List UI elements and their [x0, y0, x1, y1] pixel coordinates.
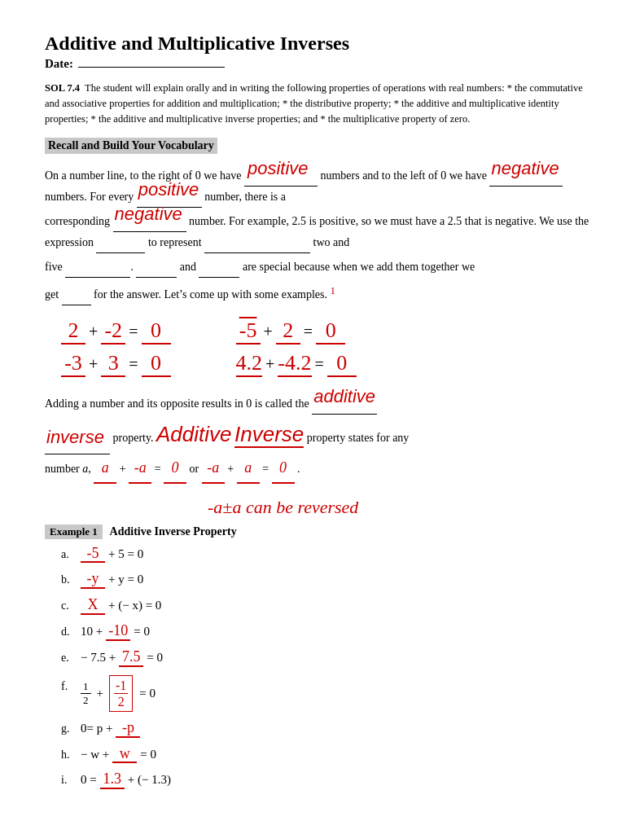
hw-zero1: 0 [164, 454, 186, 483]
hw-inverse: inverse [46, 421, 104, 454]
text-c: + (− x) = 0 [108, 599, 161, 612]
additive-text-4: number a, [45, 463, 94, 475]
label-g: g. [61, 722, 76, 735]
vocab-para-4: get for the answer. Let’s come up with s… [45, 281, 599, 306]
date-underline [78, 56, 225, 68]
label-h: h. [61, 748, 76, 762]
vocab-text-7: get for the answer. Let’s come up with s… [45, 288, 327, 301]
text-h: − w + [81, 748, 109, 762]
ans-b: -y [81, 571, 105, 589]
additive-para-3: number a, a + -a = 0 or -a + a = 0 . [45, 454, 599, 483]
hw-zero2: 0 [272, 454, 295, 483]
page-title: Additive and Multiplicative Inverses [45, 33, 599, 55]
math-row-1: 2 + -2 = 0 [61, 318, 171, 345]
op1: + [89, 323, 98, 341]
vocab-text-4a: number, there is a [204, 191, 286, 203]
content-d: 10 + -10 = 0 [81, 623, 150, 641]
additive-text-10: . [297, 463, 300, 475]
problem-f: f. 1 2 + -1 2 = 0 [61, 675, 599, 712]
num1-right: -2 [101, 318, 125, 345]
example-col-right: -5 + 2 = 0 4.2 + -4.2 = 0 [236, 318, 357, 377]
problem-list: a. -5 + 5 = 0 b. -y + y = 0 c. X + (− x)… [61, 546, 599, 790]
math-row-3: -5 + 2 = 0 [236, 318, 357, 345]
label-a: a. [61, 548, 76, 561]
blank-negative-corr: negative [113, 219, 186, 232]
additive-text-9: = [262, 463, 271, 475]
problem-c: c. X + (− x) = 0 [61, 597, 599, 615]
additive-para-2: inverse property. Additive Inverse prope… [45, 415, 599, 454]
eq1: = [129, 323, 138, 341]
text-i1: 0 = [81, 773, 97, 787]
sol-description: The student will explain orally and in w… [45, 82, 583, 125]
additive-text-8: + [227, 463, 236, 475]
op3: + [264, 323, 273, 341]
example-1-title: Example 1 Additive Inverse Property [45, 525, 599, 539]
vocab-para-2: corresponding negative number. For examp… [45, 211, 599, 253]
content-e: − 7.5 + 7.5 = 0 [81, 649, 163, 667]
num2-left: -3 [61, 351, 85, 377]
ans-i: 1.3 [100, 771, 125, 789]
additive-text-3: property states for any [307, 432, 410, 444]
sol-text: SOL 7.4 The student will explain orally … [45, 81, 599, 126]
hw-frac-den: 2 [116, 694, 126, 709]
num3-left: -5 [236, 318, 261, 345]
additive-text-2: property. [113, 432, 157, 444]
math-row-2: -3 + 3 = 0 [61, 351, 171, 377]
reversed-note: -a±a can be reversed [208, 497, 599, 518]
hw-frac-num: -1 [114, 678, 128, 694]
num4-left: 4.2 [236, 351, 263, 377]
content-g: 0= p + -p [81, 720, 140, 738]
examples-grid: 2 + -2 = 0 -3 + 3 = 0 -5 + 2 = 0 4.2 + -… [61, 318, 599, 377]
num1-ans: 0 [142, 318, 171, 345]
eq2: = [129, 355, 138, 374]
text-a: + 5 = 0 [108, 547, 143, 561]
text-f1: + [97, 687, 103, 700]
num3-ans: 0 [316, 318, 345, 345]
ans-a: -5 [81, 546, 105, 564]
additive-text-5: + [120, 463, 129, 475]
vocab-para-3: five . and are special because when we a… [45, 257, 599, 278]
ans-d: -10 [106, 623, 130, 641]
vocab-text-corr: corresponding [45, 215, 113, 227]
problem-i: i. 0 = 1.3 + (− 1.3) [61, 771, 599, 789]
example-1-label: Example 1 [45, 525, 103, 539]
example-col-left: 2 + -2 = 0 -3 + 3 = 0 [61, 318, 171, 377]
additive-text-6: = [155, 463, 164, 475]
ans-c: X [81, 597, 105, 615]
ans-e: 7.5 [119, 649, 143, 667]
problem-g: g. 0= p + -p [61, 720, 599, 738]
label-d: d. [61, 626, 76, 639]
vocab-text-2: numbers and to the left of 0 we have [320, 169, 489, 182]
date-label: Date: [45, 57, 73, 71]
content-a: -5 + 5 = 0 [81, 546, 143, 564]
op4: + [265, 355, 274, 374]
content-b: -y + y = 0 [81, 571, 143, 589]
example-1-desc: Additive Inverse Property [110, 525, 237, 538]
problem-e: e. − 7.5 + 7.5 = 0 [61, 649, 599, 667]
text-d: 10 + [81, 625, 103, 639]
label-f: f. [61, 680, 76, 693]
eq3: = [304, 323, 313, 341]
vocab-text-6: five . and are special because when we a… [45, 261, 475, 273]
problem-a: a. -5 + 5 = 0 [61, 546, 599, 564]
problem-d: d. 10 + -10 = 0 [61, 623, 599, 641]
fraction-f-num: 1 [81, 680, 91, 694]
text-d2: = 0 [134, 625, 150, 639]
eq4: = [315, 355, 324, 374]
hw-additive-title: Additive [156, 422, 232, 446]
num2-ans: 0 [142, 351, 171, 377]
section-header: Recall and Build Your Vocabulary [45, 138, 217, 154]
superscript-1: 1 [331, 284, 336, 296]
hw-positive-top: positive [248, 152, 309, 186]
blank-additive: additive [312, 402, 377, 415]
text-f2: = 0 [139, 687, 156, 700]
content-f: 1 2 + -1 2 = 0 [81, 675, 156, 712]
blank-negative-left: negative [489, 173, 563, 187]
num4-ans: 0 [327, 351, 357, 377]
vocab-section: On a number line, to the right of 0 we h… [45, 165, 599, 305]
date-line: Date: [45, 56, 599, 71]
blank-positive-top: positive [244, 173, 318, 187]
hw-inverse-title: Inverse [234, 422, 304, 448]
text-h2: = 0 [140, 748, 156, 762]
label-i: i. [61, 774, 76, 787]
